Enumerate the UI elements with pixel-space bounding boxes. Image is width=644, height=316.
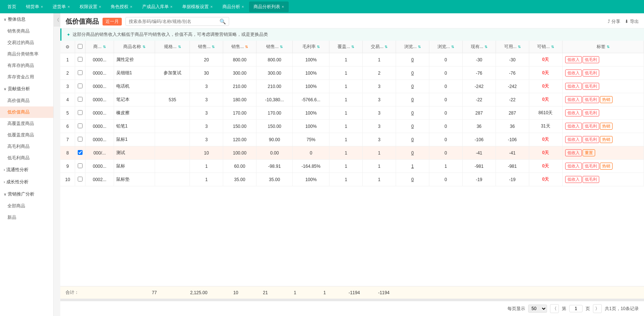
sidebar-item-high-value[interactable]: 高价值商品 xyxy=(0,95,53,106)
nav-template[interactable]: 单据模板设置 × xyxy=(178,1,217,12)
sidebar-item-new-products[interactable]: 新品 xyxy=(0,212,53,223)
col-name[interactable]: 商品名称 ⇅ xyxy=(114,41,155,53)
row-checkbox-cell[interactable] xyxy=(75,53,85,67)
row-views1[interactable]: 1 xyxy=(396,160,429,173)
select-all-checkbox[interactable] xyxy=(78,44,83,49)
nav-close-product[interactable]: × xyxy=(170,4,172,9)
row-checkbox-cell[interactable] xyxy=(75,173,85,186)
row-checkbox-cell[interactable] xyxy=(75,146,85,160)
period-tag-button[interactable]: 近一月 xyxy=(103,18,122,26)
nav-purchase-order[interactable]: 进货单 × xyxy=(48,1,74,12)
col-views1[interactable]: 浏览... ⇅ xyxy=(396,41,429,53)
views1-link[interactable]: 0 xyxy=(411,57,414,62)
sidebar-item-all-products[interactable]: 全部商品 xyxy=(0,200,53,212)
sidebar-collapse-button[interactable]: 《 xyxy=(54,13,60,27)
nav-close-sales[interactable]: × xyxy=(41,4,43,9)
sidebar-group-overall[interactable]: ∨ 整体信息 xyxy=(0,13,53,26)
row-checkbox[interactable] xyxy=(78,163,83,168)
sidebar-group-growth[interactable]: › 成长性分析 xyxy=(0,176,53,188)
views1-link[interactable]: 0 xyxy=(411,177,414,182)
row-views1[interactable]: 0 xyxy=(396,67,429,80)
sidebar-group-liquidity[interactable]: › 流通性分析 xyxy=(0,164,53,176)
nav-product-in[interactable]: 产成品入库单 × xyxy=(138,1,177,12)
nav-close-purchase[interactable]: × xyxy=(67,4,70,9)
col-sales-cost[interactable]: 销售... ⇅ xyxy=(256,41,293,53)
sidebar-item-high-margin[interactable]: 高毛利商品 xyxy=(0,141,53,152)
row-checkbox-cell[interactable] xyxy=(75,106,85,120)
views1-link[interactable]: 0 xyxy=(411,71,414,76)
nav-close-analysis[interactable]: × xyxy=(242,4,244,9)
col-tags[interactable]: 标签 ⇅ xyxy=(562,41,644,53)
col-code[interactable]: 商... ⇅ xyxy=(85,41,114,53)
nav-product-analysis[interactable]: 商品分析 × xyxy=(218,1,248,12)
nav-role-auth[interactable]: 角色授权 × xyxy=(106,1,137,12)
views1-link[interactable]: 0 xyxy=(411,84,414,89)
page-input[interactable] xyxy=(569,305,583,312)
row-checkbox-cell[interactable] xyxy=(75,160,85,173)
share-button[interactable]: ⤴ 分享 xyxy=(608,18,620,25)
sidebar-item-high-coverage[interactable]: 高覆盖度商品 xyxy=(0,118,53,129)
row-checkbox[interactable] xyxy=(78,137,83,142)
sidebar-item-in-stock[interactable]: 有库存的商品 xyxy=(0,60,53,71)
nav-analysis-list[interactable]: 商品分析列表 × xyxy=(249,1,288,12)
row-checkbox[interactable] xyxy=(78,57,83,62)
col-sales-qty[interactable]: 销售... ⇅ xyxy=(190,41,223,53)
row-views1[interactable]: 0 xyxy=(396,53,429,67)
row-checkbox[interactable] xyxy=(78,110,83,115)
sidebar-item-sales-category[interactable]: 销售类商品 xyxy=(0,26,53,37)
views1-link[interactable]: 0 xyxy=(411,97,414,102)
row-views1[interactable]: 0 xyxy=(396,93,429,106)
row-views1[interactable]: 0 xyxy=(396,133,429,146)
views1-link[interactable]: 0 xyxy=(411,137,414,142)
row-checkbox[interactable] xyxy=(78,97,83,102)
nav-close-template[interactable]: × xyxy=(210,4,212,9)
row-checkbox[interactable] xyxy=(78,177,83,181)
sidebar-item-low-coverage[interactable]: 低覆盖度商品 xyxy=(0,129,53,141)
sidebar-group-marketing[interactable]: ∨ 营销推广分析 xyxy=(0,188,53,200)
row-checkbox-cell[interactable] xyxy=(75,120,85,133)
export-button[interactable]: ⬇ 导出 xyxy=(625,18,639,25)
views1-link[interactable]: 1 xyxy=(411,164,414,169)
sidebar-item-low-value[interactable]: 低价值商品 xyxy=(0,106,53,118)
views1-link[interactable]: 0 xyxy=(411,124,414,129)
col-views2[interactable]: 浏览... ⇅ xyxy=(429,41,463,53)
row-checkbox-cell[interactable] xyxy=(75,133,85,146)
row-checkbox[interactable] xyxy=(78,123,83,128)
nav-close-role[interactable]: × xyxy=(130,4,132,9)
sidebar-item-category-rate[interactable]: 商品分类销售率 xyxy=(0,48,53,60)
nav-close-list[interactable]: × xyxy=(282,4,284,9)
row-views1[interactable]: 0 xyxy=(396,120,429,133)
sidebar-item-low-margin[interactable]: 低毛利商品 xyxy=(0,152,53,164)
col-saleable[interactable]: 可销... ⇅ xyxy=(529,41,562,53)
row-checkbox[interactable] xyxy=(78,150,83,155)
nav-permissions[interactable]: 权限设置 × xyxy=(75,1,105,12)
sidebar-item-traded[interactable]: 交易过的商品 xyxy=(0,37,53,48)
row-views1[interactable]: 0 xyxy=(396,80,429,93)
sidebar-group-contribution[interactable]: ∨ 贡献值分析 xyxy=(0,83,53,95)
views1-link[interactable]: 0 xyxy=(411,150,414,156)
per-page-select[interactable]: 50 100 xyxy=(528,305,547,313)
col-sales-amount[interactable]: 销售... ⇅ xyxy=(223,41,256,53)
nav-home[interactable]: 首页 xyxy=(3,1,21,12)
next-page-button[interactable]: 〉 xyxy=(593,304,602,313)
row-views1[interactable]: 0 xyxy=(396,106,429,120)
nav-sales-order[interactable]: 销货单 × xyxy=(21,1,47,12)
col-gross-rate[interactable]: 毛利率 ⇅ xyxy=(293,41,329,53)
row-checkbox-cell[interactable] xyxy=(75,80,85,93)
search-icon[interactable]: 🔍 xyxy=(219,18,226,24)
row-checkbox[interactable] xyxy=(78,70,83,75)
col-checkbox[interactable] xyxy=(75,41,85,53)
row-views1[interactable]: 0 xyxy=(396,146,429,160)
row-checkbox[interactable] xyxy=(78,84,83,88)
col-transaction[interactable]: 交易... ⇅ xyxy=(363,41,396,53)
nav-close-permissions[interactable]: × xyxy=(99,4,101,9)
row-checkbox-cell[interactable] xyxy=(75,93,85,106)
col-coverage[interactable]: 覆盖... ⇅ xyxy=(329,41,363,53)
table-wrapper[interactable]: ⚙ 商... ⇅ 商品名称 ⇅ 规格... ⇅ 销售... ⇅ 销售... ⇅ … xyxy=(60,41,644,286)
col-spec[interactable]: 规格... ⇅ xyxy=(155,41,190,53)
prev-page-button[interactable]: 〈 xyxy=(550,304,559,313)
row-checkbox-cell[interactable] xyxy=(75,67,85,80)
row-views1[interactable]: 0 xyxy=(396,173,429,186)
views1-link[interactable]: 0 xyxy=(411,111,414,116)
col-settings[interactable]: ⚙ xyxy=(60,41,75,53)
